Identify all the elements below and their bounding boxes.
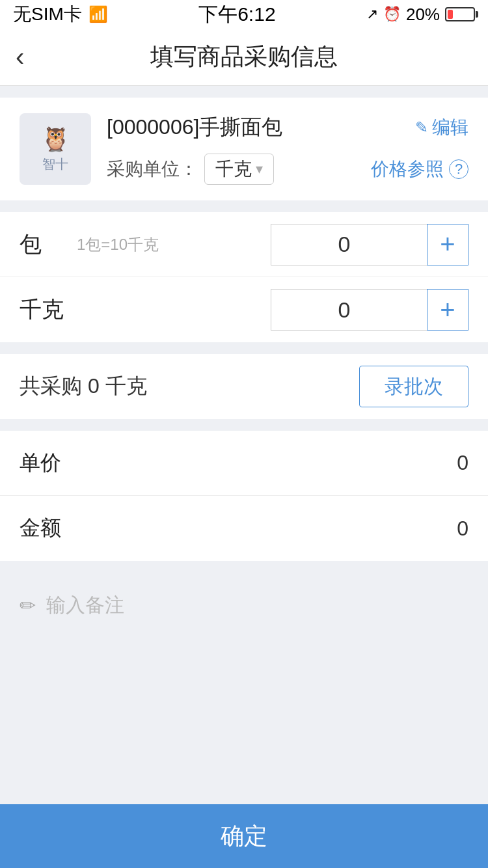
qty-label-bao: 包: [20, 230, 72, 260]
unit-select[interactable]: 千克 ▾: [204, 154, 274, 185]
unit-price-row: 单价 0: [0, 431, 488, 496]
product-card: 🦉 智十 [0000006]手撕面包 ✎ 编辑 采购单位： 千克 ▾ 价格参照 …: [0, 98, 488, 200]
product-name: [0000006]手撕面包: [107, 113, 282, 142]
qty-input-wrap-bao: +: [271, 224, 468, 265]
edit-button[interactable]: ✎ 编辑: [415, 115, 468, 140]
alarm-icon: ⏰: [383, 6, 401, 23]
qty-row-bao: 包 1包=10千克 +: [0, 212, 488, 277]
qty-sublabel-bao: 1包=10千克: [77, 234, 271, 255]
pencil-icon: ✏: [20, 594, 36, 617]
top-divider: [0, 86, 488, 98]
price-divider: [0, 561, 488, 573]
edit-label: 编辑: [432, 115, 468, 140]
middle-divider: [0, 200, 488, 212]
status-time: 下午6:12: [198, 1, 275, 28]
remark-placeholder: 输入备注: [46, 592, 124, 619]
bottom-space: [0, 638, 488, 833]
qty-input-bao[interactable]: [271, 224, 427, 265]
amount-label: 金额: [20, 514, 61, 543]
status-left: 无SIM卡 📶: [13, 2, 108, 27]
qty-plus-kg[interactable]: +: [427, 289, 468, 331]
remark-section[interactable]: ✏ 输入备注: [0, 573, 488, 638]
page-title: 填写商品采购信息: [150, 41, 338, 73]
battery-percent: 20%: [406, 5, 440, 25]
product-name-row: [0000006]手撕面包 ✎ 编辑: [107, 113, 468, 142]
total-value: 0: [88, 374, 100, 398]
edit-icon: ✎: [415, 118, 428, 137]
price-section: 单价 0 金额 0: [0, 431, 488, 561]
total-unit: 千克: [105, 374, 147, 398]
amount-row: 金额 0: [0, 496, 488, 561]
location-icon: ↗: [366, 6, 378, 23]
product-thumbnail: 🦉 智十: [20, 113, 91, 185]
total-label: 共采购: [20, 374, 82, 398]
price-ref-button[interactable]: 价格参照 ?: [371, 157, 468, 182]
chevron-down-icon: ▾: [256, 161, 263, 178]
confirm-button[interactable]: 确定: [0, 804, 488, 868]
qty-row-kg: 千克 +: [0, 277, 488, 342]
qty-divider: [0, 342, 488, 354]
qty-input-wrap-kg: +: [271, 289, 468, 331]
confirm-button-label: 确定: [221, 821, 267, 852]
amount-value: 0: [457, 517, 468, 541]
battery-icon: [445, 7, 475, 21]
total-row: 共采购 0 千克 录批次: [0, 354, 488, 419]
qty-label-kg: 千克: [20, 295, 72, 325]
unit-value: 千克: [215, 157, 252, 182]
unit-price-label: 单价: [20, 449, 61, 478]
qty-plus-bao[interactable]: +: [427, 224, 468, 265]
qty-section: 包 1包=10千克 + 千克 +: [0, 212, 488, 342]
product-unit-row: 采购单位： 千克 ▾ 价格参照 ?: [107, 154, 468, 185]
batch-button[interactable]: 录批次: [359, 366, 468, 407]
status-bar: 无SIM卡 📶 下午6:12 ↗ ⏰ 20%: [0, 0, 488, 29]
thumb-label: 智十: [42, 156, 68, 173]
unit-label: 采购单位：: [107, 157, 198, 182]
total-text: 共采购 0 千克: [20, 372, 147, 401]
carrier-text: 无SIM卡: [13, 2, 82, 27]
help-icon: ?: [449, 159, 468, 179]
total-divider: [0, 419, 488, 431]
unit-price-value: 0: [457, 451, 468, 475]
nav-bar: ‹ 填写商品采购信息: [0, 29, 488, 86]
status-right: ↗ ⏰ 20%: [366, 5, 475, 25]
wifi-icon: 📶: [88, 5, 108, 23]
price-ref-label: 价格参照: [371, 157, 444, 182]
back-button[interactable]: ‹: [16, 42, 24, 72]
qty-input-kg[interactable]: [271, 289, 427, 331]
owl-icon: 🦉: [41, 126, 70, 153]
product-info: [0000006]手撕面包 ✎ 编辑 采购单位： 千克 ▾ 价格参照 ?: [107, 113, 468, 185]
